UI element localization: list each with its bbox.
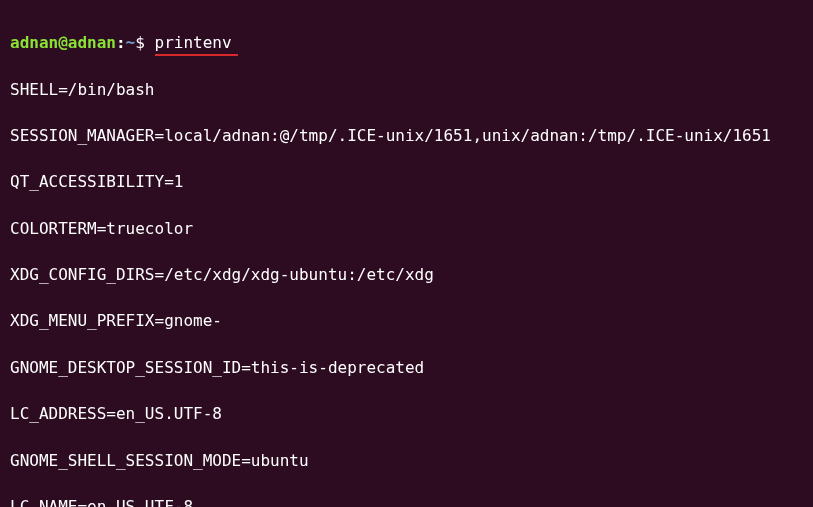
- output-line: LC_NAME=en_US.UTF-8: [10, 495, 803, 507]
- output-line: COLORTERM=truecolor: [10, 217, 803, 240]
- output-line: XDG_CONFIG_DIRS=/etc/xdg/xdg-ubuntu:/etc…: [10, 263, 803, 286]
- prompt-line: adnan@adnan:~$ printenv: [10, 31, 803, 54]
- output-line: LC_ADDRESS=en_US.UTF-8: [10, 402, 803, 425]
- command-underline: [155, 54, 238, 56]
- command-text: printenv: [155, 31, 232, 54]
- output-line: QT_ACCESSIBILITY=1: [10, 170, 803, 193]
- output-line: SHELL=/bin/bash: [10, 78, 803, 101]
- prompt-colon: :: [116, 33, 126, 52]
- prompt-path: ~: [126, 33, 136, 52]
- terminal-window[interactable]: adnan@adnan:~$ printenv SHELL=/bin/bash …: [10, 8, 803, 507]
- prompt-dollar: $: [135, 33, 154, 52]
- prompt-user-host: adnan@adnan: [10, 33, 116, 52]
- output-line: SESSION_MANAGER=local/adnan:@/tmp/.ICE-u…: [10, 124, 803, 147]
- output-line: GNOME_DESKTOP_SESSION_ID=this-is-depreca…: [10, 356, 803, 379]
- output-line: XDG_MENU_PREFIX=gnome-: [10, 309, 803, 332]
- command-value: printenv: [155, 33, 232, 52]
- output-line: GNOME_SHELL_SESSION_MODE=ubuntu: [10, 449, 803, 472]
